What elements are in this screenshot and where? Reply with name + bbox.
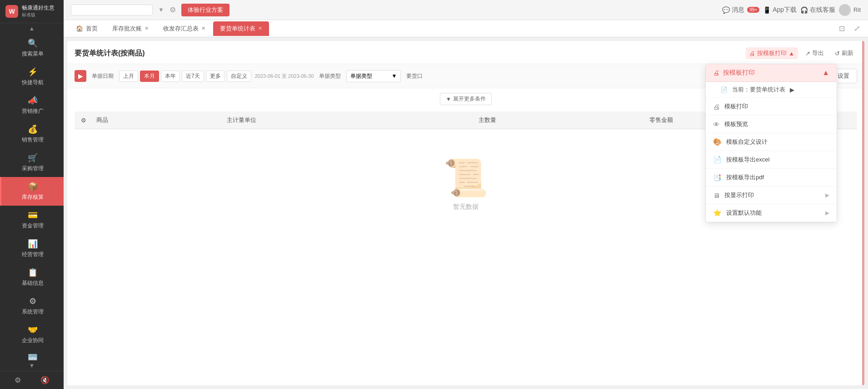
dropdown-template-print[interactable]: 🖨 模板打印 — [706, 98, 837, 116]
chevron-down-icon: ▼ — [446, 96, 451, 102]
online-service-label: 在线客服 — [810, 6, 835, 14]
online-service-btn[interactable]: 🎧 在线客服 — [800, 6, 835, 14]
date-this-month-btn[interactable]: 本月 — [140, 71, 159, 82]
collab-icon: 🤝 — [28, 325, 38, 335]
topbar-search-input[interactable] — [71, 5, 153, 15]
sidebar-item-label: 基础信息 — [22, 279, 44, 287]
dropdown-close-btn[interactable]: ▲ — [822, 69, 829, 77]
doc-type-chevron-icon: ▼ — [391, 73, 397, 79]
sidebar-item-newbie[interactable]: 🆕 新手引导 — [0, 349, 64, 360]
quick-nav-icon: ⚡ — [28, 67, 38, 77]
sidebar-item-purchase[interactable]: 🛒 采购管理 — [0, 148, 64, 177]
refresh-icon: ↺ — [835, 50, 840, 57]
sidebar-item-sales[interactable]: 💰 销售管理 — [0, 120, 64, 148]
table-col-gear[interactable]: ⚙ — [75, 111, 93, 129]
tab-receipt-summary-close[interactable]: ✕ — [201, 25, 205, 31]
doc-type-select[interactable]: 单据类型 ▼ — [346, 70, 401, 82]
printer-icon: 🖨 — [749, 50, 755, 57]
logo-icon: W — [5, 5, 18, 18]
tab-order-stats[interactable]: 要货单统计表 ✕ — [213, 21, 269, 36]
sidebar-item-inventory[interactable]: 📦 库存核算 — [0, 177, 64, 206]
download-icon: 📱 — [763, 6, 771, 14]
dropdown-template-preview[interactable]: 👁 模板预览 — [706, 116, 837, 133]
sidebar-item-label: 经营管理 — [22, 251, 44, 258]
template-print-label: 模板打印 — [724, 102, 829, 111]
default-func-chevron: ▶ — [825, 210, 829, 216]
sidebar-item-search[interactable]: 🔍 搜索菜单 — [0, 34, 64, 62]
dropdown-header: 🖨 按模板打印 ▲ — [706, 64, 837, 82]
export-label: 导出 — [812, 49, 824, 57]
sidebar-logo: W 畅康通好生意 标准版 — [0, 0, 64, 23]
tab-restore-icon[interactable]: ⤢ — [851, 23, 863, 34]
dropdown-template-excel[interactable]: 📄 按模板导出excel — [706, 151, 837, 169]
filter-expand-btn[interactable]: ▶ — [75, 70, 86, 82]
sidebar-item-system[interactable]: ⚙ 系统管理 — [0, 292, 64, 320]
dropdown-default-func[interactable]: ⭐ 设置默认功能 ▶ — [706, 204, 837, 222]
date-this-year-btn[interactable]: 本年 — [161, 71, 180, 82]
inventory-icon: 📦 — [28, 182, 38, 192]
sidebar-item-marketing[interactable]: 📣 营销推广 — [0, 91, 64, 120]
dropdown-template-design[interactable]: 🎨 模板自定义设计 — [706, 133, 837, 151]
tab-receipt-summary[interactable]: 收发存汇总表 ✕ — [156, 21, 212, 36]
user-name: Rit — [853, 6, 861, 13]
current-chevron-icon: ▶ — [790, 86, 794, 93]
sidebar-item-label: 营销推广 — [22, 107, 44, 115]
app-download-btn[interactable]: 📱 App下载 — [763, 6, 797, 14]
tab-order-stats-label: 要货单统计表 — [220, 25, 255, 33]
sidebar: W 畅康通好生意 标准版 ▲ 🔍 搜索菜单 ⚡ 快捷导航 📣 营销推广 💰 销售… — [0, 0, 64, 389]
finance-icon: 💳 — [28, 210, 38, 220]
expand-more-btn[interactable]: ▼ 展开更多条件 — [440, 93, 492, 105]
sidebar-item-operation[interactable]: 📊 经营管理 — [0, 234, 64, 263]
sidebar-settings-icon[interactable]: ⚙ — [15, 376, 21, 384]
table-col-unit: 主计量单位 — [223, 111, 475, 129]
bell-icon: 💬 — [722, 6, 730, 14]
date-custom-btn[interactable]: 自定义 — [227, 71, 251, 82]
date-prev-month-btn[interactable]: 上月 — [119, 71, 138, 82]
template-design-label: 模板自定义设计 — [726, 138, 829, 146]
default-func-icon: ⭐ — [713, 209, 722, 217]
export-icon: ↗ — [805, 50, 810, 57]
date-range-text: 2023-06-01 至 2023-06-30 — [255, 73, 314, 80]
date-more-btn[interactable]: 更多 — [206, 71, 225, 82]
sidebar-item-finance[interactable]: 💳 资金管理 — [0, 206, 64, 234]
tab-receipt-summary-label: 收发存汇总表 — [163, 25, 199, 33]
message-label: 消息 — [732, 6, 744, 14]
date-last-7-btn[interactable]: 近7天 — [182, 71, 204, 82]
print-template-btn[interactable]: 🖨 按模板打印 ▲ — [746, 47, 798, 59]
template-print-icon: 🖨 — [713, 103, 720, 111]
tab-home[interactable]: 🏠 首页 — [69, 21, 105, 36]
sidebar-item-quick-nav[interactable]: ⚡ 快捷导航 — [0, 62, 64, 91]
sidebar-item-basic[interactable]: 📋 基础信息 — [0, 263, 64, 292]
topbar-actions: 💬 消息 99+ 📱 App下载 🎧 在线客服 Rit — [722, 4, 861, 16]
sidebar-item-collab[interactable]: 🤝 企业协同 — [0, 320, 64, 349]
dropdown-template-pdf[interactable]: 📑 按模板导出pdf — [706, 169, 837, 187]
tab-batch-account[interactable]: 库存批次账 ✕ — [105, 21, 155, 36]
export-btn[interactable]: ↗ 导出 — [802, 47, 828, 59]
tab-maximize-icon[interactable]: ⊡ — [836, 23, 848, 34]
dropdown-display-print[interactable]: 🖥 按显示打印 ▶ — [706, 187, 837, 204]
table-col-qty: 主数量 — [475, 111, 646, 129]
topbar-settings-icon[interactable]: ⚙ — [170, 5, 176, 14]
template-design-icon: 🎨 — [713, 138, 722, 146]
tab-batch-account-close[interactable]: ✕ — [145, 25, 149, 31]
template-excel-label: 按模板导出excel — [726, 156, 829, 164]
date-group: 上月 本月 本年 近7天 更多 自定义 2023-06-01 至 2023-06… — [119, 71, 314, 82]
message-btn[interactable]: 💬 消息 99+ — [722, 6, 759, 14]
user-menu[interactable]: Rit — [839, 4, 861, 16]
print-dropdown-panel: 🖨 按模板打印 ▲ 📄 当前：要货单统计表 ▶ 🖨 模板打印 👁 模板预览 🎨 — [705, 64, 837, 222]
date-filter-label: 单据日期 — [92, 72, 114, 80]
resize-handle[interactable] — [862, 41, 864, 385]
expand-more-label: 展开更多条件 — [453, 95, 486, 103]
sidebar-scroll-up[interactable]: ▲ — [0, 23, 64, 34]
table-col-product: 商品 — [93, 111, 223, 129]
main-area: ▼ ⚙ 体验行业方案 💬 消息 99+ 📱 App下载 🎧 在线客服 Rit — [64, 0, 868, 389]
tab-order-stats-close[interactable]: ✕ — [258, 25, 262, 31]
sidebar-scroll-down[interactable]: ▼ — [0, 360, 64, 371]
trial-btn[interactable]: 体验行业方案 — [181, 4, 229, 16]
sidebar-item-label: 资金管理 — [22, 222, 44, 230]
topbar-search-icon[interactable]: ▼ — [158, 6, 164, 13]
dropdown-current-item[interactable]: 📄 当前：要货单统计表 ▶ — [706, 82, 837, 98]
display-print-icon: 🖥 — [713, 192, 720, 199]
refresh-btn[interactable]: ↺ 刷新 — [831, 47, 857, 59]
sidebar-mute-icon[interactable]: 🔇 — [40, 376, 50, 384]
